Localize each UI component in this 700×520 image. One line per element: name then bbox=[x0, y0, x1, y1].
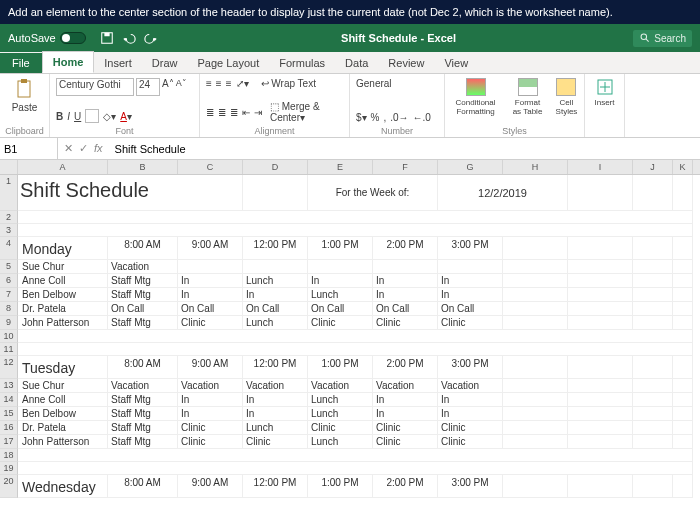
shift-cell[interactable]: In bbox=[178, 288, 243, 302]
shift-cell[interactable] bbox=[308, 260, 373, 274]
shift-cell[interactable]: Lunch bbox=[308, 393, 373, 407]
wrap-text-button[interactable]: ↩ Wrap Text bbox=[261, 78, 316, 89]
shift-cell[interactable]: In bbox=[373, 407, 438, 421]
shift-cell[interactable]: On Call bbox=[178, 302, 243, 316]
row-header[interactable]: 8 bbox=[0, 302, 18, 316]
tab-review[interactable]: Review bbox=[378, 53, 434, 73]
person-name[interactable]: John Patterson bbox=[18, 316, 108, 330]
decrease-decimal-icon[interactable]: ←.0 bbox=[413, 112, 431, 123]
row-header[interactable]: 17 bbox=[0, 435, 18, 449]
shift-cell[interactable]: Staff Mtg bbox=[108, 435, 178, 449]
shift-cell[interactable]: In bbox=[243, 407, 308, 421]
shift-cell[interactable]: Clinic bbox=[178, 435, 243, 449]
day-name[interactable]: Monday bbox=[18, 237, 108, 260]
increase-decimal-icon[interactable]: .0→ bbox=[390, 112, 408, 123]
day-name[interactable]: Wednesday bbox=[18, 475, 108, 498]
shift-cell[interactable]: Clinic bbox=[438, 316, 503, 330]
shift-cell[interactable]: Lunch bbox=[243, 274, 308, 288]
col-header[interactable]: C bbox=[178, 160, 243, 174]
shift-cell[interactable]: Clinic bbox=[178, 316, 243, 330]
font-color-icon[interactable]: A▾ bbox=[120, 111, 132, 122]
align-right-icon[interactable]: ≣ bbox=[230, 107, 238, 118]
shift-cell[interactable] bbox=[438, 260, 503, 274]
shift-cell[interactable]: In bbox=[438, 274, 503, 288]
save-icon[interactable] bbox=[100, 31, 114, 45]
shift-cell[interactable]: Lunch bbox=[243, 421, 308, 435]
shift-cell[interactable]: In bbox=[373, 288, 438, 302]
person-name[interactable]: Anne Coll bbox=[18, 393, 108, 407]
shift-cell[interactable]: Lunch bbox=[308, 435, 373, 449]
row-header[interactable]: 15 bbox=[0, 407, 18, 421]
shift-cell[interactable]: Staff Mtg bbox=[108, 288, 178, 302]
time-header[interactable]: 8:00 AM bbox=[108, 475, 178, 498]
conditional-formatting-button[interactable]: Conditional Formatting bbox=[451, 78, 500, 116]
row-header[interactable]: 11 bbox=[0, 343, 18, 356]
shift-cell[interactable]: Clinic bbox=[178, 421, 243, 435]
shift-cell[interactable]: In bbox=[373, 393, 438, 407]
row-header[interactable]: 3 bbox=[0, 224, 18, 237]
indent-inc-icon[interactable]: ⇥ bbox=[254, 107, 262, 118]
shift-cell[interactable]: Clinic bbox=[308, 421, 373, 435]
shift-cell[interactable]: On Call bbox=[438, 302, 503, 316]
shift-cell[interactable]: Clinic bbox=[373, 435, 438, 449]
shift-cell[interactable]: Clinic bbox=[308, 316, 373, 330]
orientation-icon[interactable]: ⤢▾ bbox=[236, 78, 249, 89]
shift-cell[interactable]: Clinic bbox=[243, 435, 308, 449]
worksheet-grid[interactable]: A B C D E F G H I J K 1 Shift Schedule F… bbox=[0, 160, 700, 520]
tab-insert[interactable]: Insert bbox=[94, 53, 142, 73]
shift-cell[interactable]: Staff Mtg bbox=[108, 316, 178, 330]
shift-cell[interactable]: Vacation bbox=[438, 379, 503, 393]
row-header[interactable]: 9 bbox=[0, 316, 18, 330]
align-bottom-icon[interactable]: ≡ bbox=[226, 78, 232, 89]
time-header[interactable]: 8:00 AM bbox=[108, 237, 178, 260]
col-header[interactable]: F bbox=[373, 160, 438, 174]
comma-icon[interactable]: , bbox=[383, 112, 386, 123]
align-middle-icon[interactable]: ≡ bbox=[216, 78, 222, 89]
sheet-title[interactable]: Shift Schedule bbox=[18, 175, 243, 211]
shift-cell[interactable]: In bbox=[243, 393, 308, 407]
col-header[interactable]: K bbox=[673, 160, 693, 174]
person-name[interactable]: Sue Chur bbox=[18, 260, 108, 274]
time-header[interactable]: 12:00 PM bbox=[243, 356, 308, 379]
row-header[interactable]: 1 bbox=[0, 175, 18, 211]
col-header[interactable]: I bbox=[568, 160, 633, 174]
shift-cell[interactable]: On Call bbox=[243, 302, 308, 316]
underline-button[interactable]: U bbox=[74, 111, 81, 122]
shift-cell[interactable]: In bbox=[308, 274, 373, 288]
row-header[interactable]: 16 bbox=[0, 421, 18, 435]
col-header[interactable]: E bbox=[308, 160, 373, 174]
shift-cell[interactable]: Staff Mtg bbox=[108, 274, 178, 288]
align-left-icon[interactable]: ≣ bbox=[206, 107, 214, 118]
increase-font-icon[interactable]: A˄ bbox=[162, 78, 174, 96]
shift-cell[interactable]: In bbox=[178, 393, 243, 407]
paste-button[interactable]: Paste bbox=[6, 78, 43, 113]
row-header[interactable]: 6 bbox=[0, 274, 18, 288]
font-size-select[interactable]: 24 bbox=[136, 78, 160, 96]
cancel-formula-icon[interactable]: ✕ bbox=[64, 142, 73, 155]
tab-draw[interactable]: Draw bbox=[142, 53, 188, 73]
col-header[interactable]: B bbox=[108, 160, 178, 174]
shift-cell[interactable]: Lunch bbox=[308, 288, 373, 302]
shift-cell[interactable]: On Call bbox=[308, 302, 373, 316]
indent-dec-icon[interactable]: ⇤ bbox=[242, 107, 250, 118]
col-header[interactable]: J bbox=[633, 160, 673, 174]
day-name[interactable]: Tuesday bbox=[18, 356, 108, 379]
shift-cell[interactable]: Staff Mtg bbox=[108, 421, 178, 435]
shift-cell[interactable]: On Call bbox=[108, 302, 178, 316]
shift-cell[interactable]: Lunch bbox=[243, 316, 308, 330]
borders-icon[interactable] bbox=[85, 109, 99, 123]
time-header[interactable]: 9:00 AM bbox=[178, 475, 243, 498]
time-header[interactable]: 12:00 PM bbox=[243, 475, 308, 498]
row-header[interactable]: 2 bbox=[0, 211, 18, 224]
shift-cell[interactable]: Vacation bbox=[243, 379, 308, 393]
shift-cell[interactable]: Vacation bbox=[108, 260, 178, 274]
time-header[interactable]: 1:00 PM bbox=[308, 356, 373, 379]
row-header[interactable]: 4 bbox=[0, 237, 18, 260]
time-header[interactable]: 12:00 PM bbox=[243, 237, 308, 260]
week-of-label[interactable]: For the Week of: bbox=[308, 175, 438, 211]
shift-cell[interactable]: In bbox=[178, 407, 243, 421]
shift-cell[interactable]: In bbox=[373, 274, 438, 288]
shift-cell[interactable]: On Call bbox=[373, 302, 438, 316]
time-header[interactable]: 9:00 AM bbox=[178, 356, 243, 379]
time-header[interactable]: 8:00 AM bbox=[108, 356, 178, 379]
